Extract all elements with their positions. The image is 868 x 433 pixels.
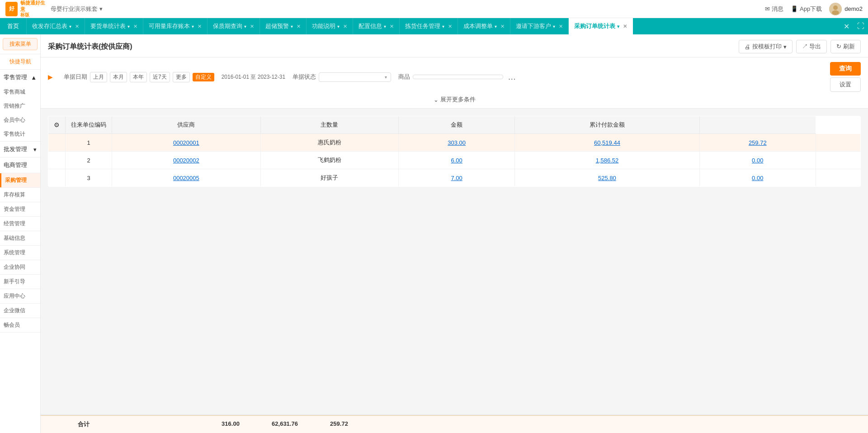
logo-text: 畅捷通好生意 标版 <box>20 0 46 17</box>
table-row: 1 00020001 惠氏奶粉 303.00 60,519.44 259.72 <box>48 134 861 152</box>
filter-date-range: 2016-01-01 至 2023-12-31 <box>222 73 285 81</box>
tab-arrow: ▾ <box>553 24 555 29</box>
row-qty[interactable]: 6.00 <box>399 152 515 169</box>
sidebar-section-header-retail[interactable]: 零售管理 ▲ <box>0 70 40 85</box>
chevron-down-icon: ▾ <box>99 5 103 12</box>
close-icon[interactable]: ✕ <box>390 24 394 29</box>
date-label: 单据日期 <box>64 73 87 81</box>
row-qty[interactable]: 7.00 <box>399 169 515 187</box>
close-icon[interactable]: ✕ <box>133 24 137 29</box>
row-amount[interactable]: 1,586.52 <box>515 152 700 169</box>
shortcut-this-month[interactable]: 本月 <box>110 72 127 82</box>
close-all-btn[interactable]: ✕ <box>839 18 854 34</box>
refresh-icon: ↻ <box>836 43 841 50</box>
shortcut-more[interactable]: 更多 <box>173 72 190 82</box>
row-amount[interactable]: 525.80 <box>515 169 700 187</box>
row-qty[interactable]: 303.00 <box>399 134 515 152</box>
tab-pickup[interactable]: 拣货任务管理 ▾ ✕ <box>400 18 458 34</box>
tab-home[interactable]: 首页 <box>0 18 27 34</box>
refresh-btn[interactable]: ↻ 刷新 <box>830 40 861 53</box>
close-icon[interactable]: ✕ <box>500 24 505 29</box>
filter-goods-item: 商品 … <box>398 72 516 82</box>
row-supplier: 惠氏奶粉 <box>260 134 399 152</box>
message-btn[interactable]: ✉ 消息 <box>765 5 783 13</box>
chevron-down-icon: ▾ <box>33 146 37 153</box>
tab-oversupply[interactable]: 超储预警 ▾ ✕ <box>260 18 307 34</box>
tab-stock[interactable]: 可用量库存账本 ▾ ✕ <box>143 18 208 34</box>
row-amount[interactable]: 60,519.44 <box>515 134 700 152</box>
tab-guide[interactable]: 功能说明 ▾ ✕ <box>307 18 353 34</box>
status-select[interactable]: ▾ <box>319 72 391 82</box>
tab-receive[interactable]: 收发存汇总表 ▾ ✕ <box>27 18 85 34</box>
row-code[interactable]: 00020002 <box>112 152 261 169</box>
close-icon[interactable]: ✕ <box>559 24 563 29</box>
row-code[interactable]: 00020005 <box>112 169 261 187</box>
sidebar-item-appcenter[interactable]: 应用中心 <box>0 289 40 303</box>
tab-demand[interactable]: 要货单统计表 ▾ ✕ <box>85 18 143 34</box>
tab-arrow: ▾ <box>244 24 246 29</box>
tab-arrow: ▾ <box>127 24 130 29</box>
custom-date-badge[interactable]: 自定义 <box>193 73 214 81</box>
sidebar-item-basic[interactable]: 基础信息 <box>0 231 40 245</box>
sidebar-item-member-center[interactable]: 会员中心 <box>0 113 40 127</box>
sidebar-section-wechat: 企业微信 <box>0 304 40 318</box>
query-btn[interactable]: 查询 <box>830 62 861 76</box>
tab-arrow: ▾ <box>617 24 619 29</box>
close-icon[interactable]: ✕ <box>250 24 254 29</box>
close-icon[interactable]: ✕ <box>343 24 347 29</box>
sidebar-item-system[interactable]: 系统管理 <box>0 246 40 260</box>
row-paid[interactable]: 0.00 <box>699 152 816 169</box>
quick-nav-btn[interactable]: 快捷导航 <box>0 54 40 70</box>
row-paid[interactable]: 259.72 <box>699 134 816 152</box>
expand-collapse-icon[interactable]: ▶ <box>48 73 53 81</box>
tab-cost[interactable]: 成本调整单 ▾ ✕ <box>458 18 510 34</box>
tab-arrow: ▾ <box>291 24 293 29</box>
maximize-btn[interactable]: ⛶ <box>854 18 868 34</box>
sidebar-item-retail-stat[interactable]: 零售统计 <box>0 127 40 141</box>
sidebar-item-purchase[interactable]: 采购管理 <box>0 173 40 187</box>
close-icon[interactable]: ✕ <box>623 24 627 29</box>
shortcut-last-month[interactable]: 上月 <box>90 72 107 82</box>
app-download-btn[interactable]: 📱 App下载 <box>791 5 822 13</box>
sidebar-section-header-wholesale[interactable]: 批发管理 ▾ <box>0 142 40 157</box>
tab-arrow: ▾ <box>337 24 340 29</box>
expand-more-btn[interactable]: ⌄ 展开更多条件 <box>434 95 476 104</box>
close-icon[interactable]: ✕ <box>75 24 79 29</box>
main-layout: 搜索菜单 快捷导航 零售管理 ▲ 零售商城 营销推广 会员中心 零售统计 批发管… <box>0 34 868 433</box>
sidebar-item-inventory[interactable]: 库存核算 <box>0 188 40 202</box>
shortcut-7days[interactable]: 近7天 <box>150 72 170 82</box>
company-dropdown[interactable]: 母婴行业演示账套 ▾ <box>51 5 103 13</box>
print-btn[interactable]: 🖨 按模板打印 ▾ <box>739 40 793 53</box>
sidebar-item-marketing[interactable]: 营销推广 <box>0 99 40 113</box>
sidebar-item-finance[interactable]: 资金管理 <box>0 202 40 216</box>
tab-expire[interactable]: 保质期查询 ▾ ✕ <box>208 18 260 34</box>
shortcut-this-year[interactable]: 本年 <box>130 72 147 82</box>
close-icon[interactable]: ✕ <box>448 24 452 29</box>
table-row: 2 00020002 飞鹤奶粉 6.00 1,586.52 0.00 <box>48 152 861 169</box>
export-btn[interactable]: ↗ 导出 <box>796 40 827 53</box>
settings-btn[interactable]: 设置 <box>830 77 861 92</box>
user-menu[interactable]: demo2 <box>829 3 863 15</box>
sidebar-item-newguide[interactable]: 新手引导 <box>0 275 40 289</box>
sidebar-item-operation[interactable]: 经营管理 <box>0 217 40 231</box>
top-bar: 好 畅捷通好生意 标版 母婴行业演示账套 ▾ ✉ 消息 📱 App下载 demo… <box>0 0 868 18</box>
close-icon[interactable]: ✕ <box>297 24 301 29</box>
search-menu-btn[interactable]: 搜索菜单 <box>3 38 38 50</box>
sidebar-item-retail-mall[interactable]: 零售商城 <box>0 85 40 99</box>
sidebar-item-wechat[interactable]: 企业微信 <box>0 304 40 318</box>
tab-config[interactable]: 配置信息 ▾ ✕ <box>353 18 400 34</box>
total-label: 合计 <box>41 416 203 433</box>
more-options-icon[interactable]: … <box>508 72 516 82</box>
row-settings <box>48 134 66 152</box>
row-paid[interactable]: 0.00 <box>699 169 816 187</box>
goods-input[interactable] <box>413 75 503 79</box>
sidebar-section-header-ecommerce[interactable]: 电商管理 <box>0 157 40 173</box>
tab-purchase-stat[interactable]: 采购订单统计表 ▾ ✕ <box>569 18 633 34</box>
tab-invite[interactable]: 邀请下游客户 ▾ ✕ <box>510 18 569 34</box>
close-icon[interactable]: ✕ <box>198 24 202 29</box>
gear-icon[interactable]: ⚙ <box>54 121 60 128</box>
svg-point-2 <box>832 10 839 15</box>
sidebar-item-member[interactable]: 畅会员 <box>0 318 40 332</box>
row-code[interactable]: 00020001 <box>112 134 261 152</box>
sidebar-item-coop[interactable]: 企业协同 <box>0 260 40 274</box>
